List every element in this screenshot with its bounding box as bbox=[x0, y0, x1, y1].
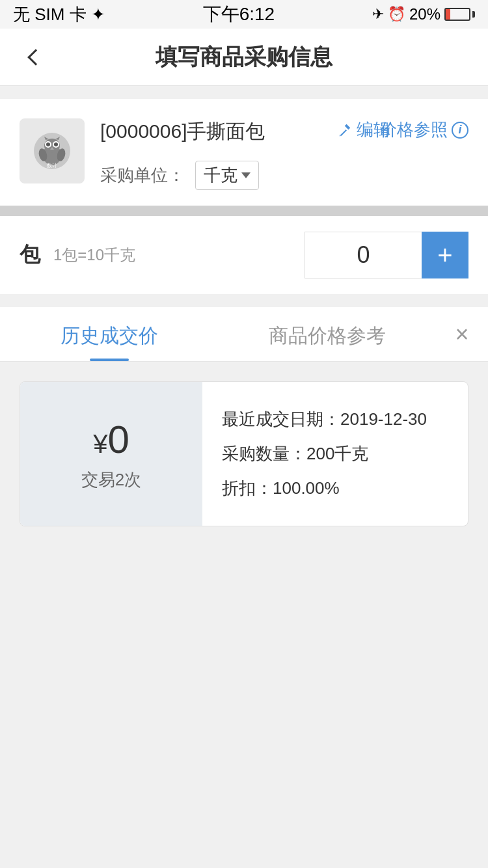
edit-icon bbox=[338, 123, 353, 137]
recent-date-label: 最近成交日期： bbox=[222, 409, 340, 429]
quantity-input-wrap: 0 + bbox=[305, 232, 468, 278]
price-display: ¥0 bbox=[93, 417, 129, 462]
product-image: 数计 bbox=[33, 131, 72, 170]
info-card: ¥0 交易2次 最近成交日期：2019-12-30 采购数量：200千克 折扣：… bbox=[20, 381, 468, 526]
battery-percent: 20% bbox=[409, 5, 441, 23]
price-value: 0 bbox=[107, 418, 129, 461]
back-arrow-icon bbox=[27, 49, 44, 65]
plus-icon: + bbox=[437, 242, 452, 268]
tab-underline bbox=[90, 359, 129, 361]
battery-icon bbox=[444, 8, 475, 21]
card-detail-section: 最近成交日期：2019-12-30 采购数量：200千克 折扣：100.00% bbox=[202, 382, 468, 526]
unit-value: 千克 bbox=[204, 164, 237, 187]
select-arrow-icon bbox=[241, 172, 251, 178]
sim-status: 无 SIM 卡 ✦ bbox=[13, 3, 105, 26]
unit-badge: 包 bbox=[20, 241, 40, 269]
unit-conversion: 1包=10千克 bbox=[53, 245, 135, 265]
back-button[interactable] bbox=[20, 41, 52, 74]
purchase-qty-value: 200千克 bbox=[306, 444, 368, 463]
quantity-row: 包 1包=10千克 0 + bbox=[0, 216, 488, 294]
product-thumbnail: 数计 bbox=[20, 118, 85, 183]
edit-button[interactable]: 编辑 bbox=[338, 118, 390, 141]
svg-rect-14 bbox=[345, 124, 350, 129]
tab-bar: 历史成交价 商品价格参考 × bbox=[0, 307, 488, 362]
alarm-icon: ⏰ bbox=[388, 6, 405, 23]
gray-divider bbox=[0, 206, 488, 216]
purchase-qty-label: 采购数量： bbox=[222, 444, 306, 463]
tab-close-button[interactable]: × bbox=[436, 307, 488, 361]
info-circle-icon: i bbox=[452, 122, 468, 139]
card-price-section: ¥0 交易2次 bbox=[20, 382, 202, 526]
tab-history-price[interactable]: 历史成交价 bbox=[0, 307, 218, 361]
product-unit-row: 采购单位： 千克 bbox=[100, 161, 468, 190]
product-card: 数计 [0000006]手撕面包 采购单位： 千克 价格参照 i 编辑 bbox=[0, 99, 488, 206]
status-right: ✈ ⏰ 20% bbox=[372, 5, 475, 23]
recent-date-row: 最近成交日期：2019-12-30 bbox=[222, 408, 448, 431]
status-bar: 无 SIM 卡 ✦ 下午6:12 ✈ ⏰ 20% bbox=[0, 0, 488, 29]
quantity-input[interactable]: 0 bbox=[305, 232, 422, 278]
trade-count: 交易2次 bbox=[81, 468, 141, 491]
recent-date-value: 2019-12-30 bbox=[340, 409, 427, 429]
info-card-wrap: ¥0 交易2次 最近成交日期：2019-12-30 采购数量：200千克 折扣：… bbox=[0, 362, 488, 622]
location-icon: ✈ bbox=[372, 6, 384, 23]
svg-point-6 bbox=[54, 142, 58, 146]
purchase-qty-row: 采购数量：200千克 bbox=[222, 442, 448, 465]
svg-text:数计: 数计 bbox=[47, 163, 57, 169]
discount-row: 折扣：100.00% bbox=[222, 477, 448, 500]
quantity-plus-button[interactable]: + bbox=[422, 232, 468, 278]
discount-value: 100.00% bbox=[273, 478, 340, 498]
unit-select[interactable]: 千克 bbox=[195, 161, 259, 190]
unit-label: 采购单位： bbox=[100, 164, 185, 187]
price-ref-button[interactable]: 价格参照 i bbox=[380, 118, 468, 141]
tab-product-price-ref[interactable]: 商品价格参考 bbox=[218, 307, 436, 361]
page-title: 填写商品采购信息 bbox=[156, 42, 332, 72]
discount-label: 折扣： bbox=[222, 478, 273, 498]
yen-symbol: ¥ bbox=[93, 429, 107, 458]
status-left: 无 SIM 卡 ✦ bbox=[13, 3, 105, 26]
nav-bar: 填写商品采购信息 bbox=[0, 29, 488, 86]
status-time: 下午6:12 bbox=[203, 2, 275, 27]
svg-point-5 bbox=[46, 142, 50, 146]
